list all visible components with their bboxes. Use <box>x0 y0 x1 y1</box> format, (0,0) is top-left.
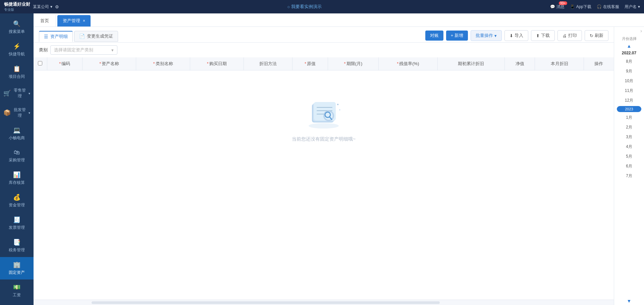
sidebar-item-wholesale[interactable]: 📦 批发管理 ▾ <box>0 103 34 122</box>
sidebar: 🔍 搜索菜单 ⚡ 快捷导航 📋 项目合同 🛒 零售管理 ▾ 📦 批发管理 ▾ 💻… <box>0 13 34 305</box>
col-depreciation-method: 折旧方法 <box>244 57 292 70</box>
month-item-9[interactable]: 9月 <box>614 66 644 76</box>
download-icon: 📱 <box>570 4 575 9</box>
invoice-icon: 🧾 <box>13 216 20 223</box>
chevron-down-icon: ▾ <box>111 48 114 53</box>
sidebar-item-label: 库存核算 <box>9 180 25 186</box>
message-icon: 💬 <box>550 4 555 9</box>
col-monthly-depreciation: 本月折旧 <box>535 57 584 70</box>
batch-button[interactable]: 批量操作 ▾ <box>471 30 502 41</box>
reconcile-button[interactable]: 对账 <box>425 31 443 41</box>
message-badge: 99+ <box>559 1 567 5</box>
chevron-down-icon: ▾ <box>29 92 30 95</box>
sidebar-item-quicknav[interactable]: ⚡ 快捷导航 <box>0 39 34 61</box>
main-layout: 🔍 搜索菜单 ⚡ 快捷导航 📋 项目合同 🛒 零售管理 ▾ 📦 批发管理 ▾ 💻… <box>0 13 644 305</box>
empty-state: ✦ ✦ 当前您还没有固定资产明细哦~ <box>34 70 614 169</box>
sidebar-item-inventory[interactable]: 📊 库存核算 <box>0 167 34 190</box>
month-item-10[interactable]: 10月 <box>614 76 644 86</box>
month-item-5[interactable]: 5月 <box>614 152 644 161</box>
year-2023-badge: 2023 <box>617 106 641 112</box>
col-asset-name: *资产名称 <box>83 57 136 70</box>
sidebar-item-invoice[interactable]: 🧾 发票管理 <box>0 212 34 235</box>
month-item-7[interactable]: 7月 <box>614 171 644 181</box>
service-icon: 🎧 <box>597 4 602 9</box>
tab-asset-detail[interactable]: ☰ 资产明细 <box>39 31 73 42</box>
sidebar-item-retail[interactable]: 🛒 零售管理 ▾ <box>0 84 34 103</box>
month-item-6[interactable]: 6月 <box>614 161 644 171</box>
salary-icon: 💵 <box>13 284 20 291</box>
tab-close-button[interactable]: × <box>83 18 85 23</box>
sidebar-item-label: 采购管理 <box>9 157 25 163</box>
search-icon: 🔍 <box>13 20 20 28</box>
settings-icon[interactable]: ⚙ <box>55 4 59 9</box>
chevron-down-icon: ▾ <box>50 4 52 9</box>
month-item-1[interactable]: 1月 <box>614 113 644 122</box>
demo-link[interactable]: ○ 我要看实例演示 <box>287 4 322 10</box>
category-select[interactable]: 选择请固定资产类别 ▾ <box>50 45 117 55</box>
app-logo: 畅捷通好业财 专业版 <box>4 1 30 12</box>
month-item-11[interactable]: 11月 <box>614 86 644 96</box>
month-item-3[interactable]: 3月 <box>614 132 644 142</box>
asset-table: *编码 *资产名称 *类别名称 *购买日期 折旧方法 *原值 *期限(月) *残… <box>34 57 614 300</box>
sidebar-item-salary[interactable]: 💵 工资 <box>0 279 34 302</box>
sidebar-item-fixed-assets[interactable]: 🏢 固定资产 <box>0 257 34 279</box>
tab-bar: 首页 资产管理 × <box>34 13 644 27</box>
chevron-down-icon: ▾ <box>29 111 30 115</box>
print-icon: 🖨 <box>562 33 567 38</box>
col-period: *期限(月) <box>328 57 378 70</box>
refresh-icon: ↻ <box>590 33 593 38</box>
tab-change-voucher[interactable]: 📄 变更生成凭证 <box>74 31 118 42</box>
sidebar-item-label: 工资 <box>13 292 21 298</box>
sidebar-item-funds[interactable]: 💰 资金管理 <box>0 190 34 212</box>
refresh-button[interactable]: ↻ 刷新 <box>585 30 608 41</box>
ecommerce-icon: 💻 <box>13 126 20 134</box>
user-menu[interactable]: 用户名 ▾ <box>625 4 640 10</box>
app-download-button[interactable]: 📱 App下载 <box>570 4 591 10</box>
tab-label: 变更生成凭证 <box>87 33 113 39</box>
col-actions: 操作 <box>584 57 614 70</box>
svg-text:✦: ✦ <box>336 103 339 106</box>
month-picker-header: 月份选择 <box>614 35 644 42</box>
sidebar-item-tax[interactable]: 📑 税务管理 <box>0 235 34 257</box>
online-service-button[interactable]: 🎧 在线客服 <box>597 4 619 10</box>
year-label: 2022.07 <box>614 50 644 57</box>
sidebar-item-label: 快捷导航 <box>9 51 25 57</box>
month-picker-nav: ▲ <box>614 42 644 50</box>
horizontal-scrollbar[interactable] <box>34 300 614 305</box>
print-button[interactable]: 🖨 打印 <box>557 30 582 41</box>
project-icon: 📋 <box>13 65 20 72</box>
month-item-4[interactable]: 4月 <box>614 142 644 152</box>
tab-home[interactable]: 首页 <box>34 15 56 27</box>
sidebar-item-ecommerce[interactable]: 💻 小畅电商 <box>0 122 34 145</box>
select-all-checkbox[interactable] <box>38 61 42 65</box>
chevron-down-icon: ▾ <box>638 4 640 9</box>
download-button[interactable]: ⬆ 下载 <box>531 30 555 41</box>
top-bar-right: 💬 消息 99+ 📱 App下载 🎧 在线客服 用户名 ▾ <box>550 4 640 10</box>
checkbox-all-col[interactable] <box>34 57 47 70</box>
add-button[interactable]: + 新增 <box>446 31 468 41</box>
sidebar-item-project[interactable]: 📋 项目合同 <box>0 61 34 84</box>
import-icon: ⬇ <box>509 33 513 38</box>
import-button[interactable]: ⬇ 导入 <box>504 30 528 41</box>
doc-icon: 📄 <box>79 34 85 39</box>
prev-year-button[interactable]: ▲ <box>627 43 632 49</box>
sidebar-item-purchase[interactable]: 🛍 采购管理 <box>0 145 34 167</box>
main-panel: ☰ 资产明细 📄 变更生成凭证 对账 + 新增 批量操作 ▾ <box>34 27 614 305</box>
col-net-value: 净值 <box>504 57 535 70</box>
sidebar-item-operations[interactable]: 📈 经营管理 <box>0 302 34 305</box>
filter-label: 类别 <box>39 47 48 53</box>
col-accumulated-depreciation: 期初累计折旧 <box>437 57 504 70</box>
empty-text: 当前您还没有固定资产明细哦~ <box>292 136 356 142</box>
sidebar-item-label: 固定资产 <box>9 270 25 275</box>
month-item-12[interactable]: 12月 <box>614 96 644 105</box>
next-year-button[interactable]: ▼ <box>627 298 632 304</box>
top-bar: 畅捷通好业财 专业版 某某公司 ▾ ⚙ ○ 我要看实例演示 💬 消息 99+ 📱… <box>0 0 644 13</box>
close-panel-button[interactable]: › <box>640 28 642 34</box>
chevron-down-icon: ▾ <box>494 33 497 38</box>
message-button[interactable]: 💬 消息 99+ <box>550 4 565 10</box>
tab-asset-management[interactable]: 资产管理 × <box>57 15 91 27</box>
month-item-8[interactable]: 8月 <box>614 57 644 66</box>
company-selector[interactable]: 某某公司 ▾ <box>33 4 52 10</box>
month-item-2[interactable]: 2月 <box>614 122 644 132</box>
sidebar-item-search[interactable]: 🔍 搜索菜单 <box>0 16 34 39</box>
